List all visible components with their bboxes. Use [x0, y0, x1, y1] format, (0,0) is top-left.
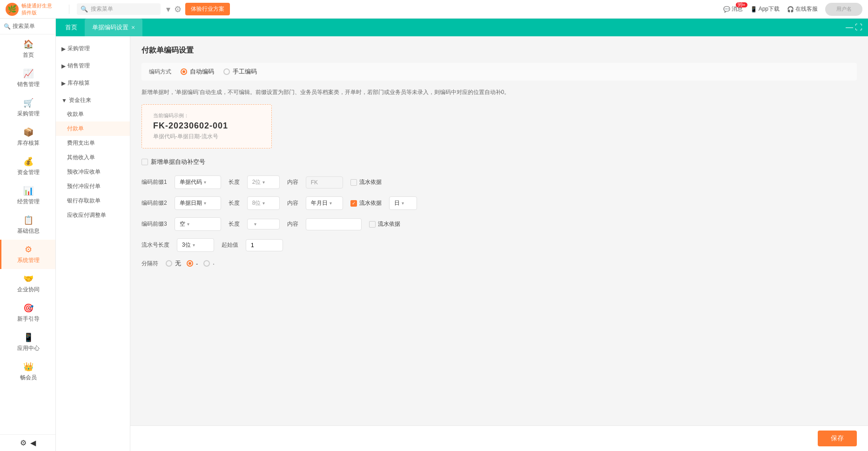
content-body: ▶ 采购管理 ▶ 销售管理 ▶ 库存核算 [56, 36, 868, 451]
app-download-button[interactable]: 📱 App下载 [750, 5, 780, 13]
main-panel: 付款单编码设置 编码方式 自动编码 手工编码 新增单据时，'单据编 [130, 36, 868, 425]
message-icon: 💬 [723, 6, 730, 13]
manual-radio-circle [223, 68, 230, 75]
sub-menu-expense[interactable]: 费用支出单 [56, 136, 130, 150]
separator-label: 分隔符 [141, 260, 158, 268]
sidebar-item-sales[interactable]: 📈 销售管理 [0, 64, 55, 93]
length2-select[interactable]: 8位 ▾ [247, 196, 280, 210]
tab-bar: 首页 单据编码设置 × — ⛶ [56, 19, 868, 36]
message-button[interactable]: 💬 消息 99+ [723, 5, 743, 13]
tab-minimize-icon[interactable]: — [846, 23, 853, 32]
sep-dot2-radio[interactable]: · [203, 260, 215, 267]
top-bar-right: 💬 消息 99+ 📱 App下载 🎧 在线客服 用户名 [723, 3, 862, 16]
save-button[interactable]: 保存 [818, 431, 857, 446]
stream2-checkbox[interactable]: ✓ 流水依据 [350, 199, 382, 207]
length1-label: 长度 [229, 178, 240, 186]
stream1-checkbox[interactable]: 流水依据 [350, 178, 382, 186]
sidebar-item-newbie[interactable]: 🎯 新手引导 [0, 298, 55, 328]
sidebar-item-system[interactable]: ⚙ 系统管理 [0, 240, 55, 269]
sub-menu-receipt[interactable]: 收款单 [56, 107, 130, 121]
chevron-down-icon[interactable]: ▾ [166, 4, 170, 14]
avatar[interactable]: 用户名 [825, 3, 862, 16]
start-value-input[interactable] [246, 239, 283, 251]
logo-icon: 🌿 [6, 3, 19, 16]
sep-dot2-circle [203, 260, 210, 267]
sub-menu-prepaid-receivable[interactable]: 预收冲应收单 [56, 165, 130, 179]
sub-menu-capital[interactable]: ▼ 资金往来 [56, 94, 130, 107]
sep-none-radio[interactable]: 无 [166, 259, 181, 268]
sub-menu-purchase[interactable]: ▶ 采购管理 [56, 42, 130, 55]
length1-select[interactable]: 2位 ▾ [247, 175, 280, 189]
auto-radio-circle [181, 68, 187, 75]
sub-menu-inventory[interactable]: ▶ 库存核算 [56, 76, 130, 90]
purchase-icon: 🛒 [23, 98, 34, 108]
finance-icon: 💰 [23, 156, 34, 167]
tab-encoding-settings[interactable]: 单据编码设置 × [85, 19, 142, 36]
code-example-sub: 单据代码-单据日期-流水号 [153, 133, 260, 141]
sub-menu-payment[interactable]: 付款单 [56, 121, 130, 136]
sidebar-item-home[interactable]: 🏠 首页 [0, 34, 55, 64]
sidebar-item-purchase[interactable]: 🛒 采购管理 [0, 93, 55, 122]
sidebar-item-operations[interactable]: 📊 经营管理 [0, 181, 55, 210]
operations-icon: 📊 [23, 186, 34, 196]
sidebar-settings-icon[interactable]: ⚙ [20, 438, 27, 447]
sidebar-search[interactable]: 🔍 搜索菜单 [0, 19, 55, 34]
sep-dot1-circle [187, 260, 193, 267]
settings-icon[interactable]: ⚙ [174, 4, 182, 14]
content3-label: 内容 [287, 220, 298, 228]
prefix2-select[interactable]: 单据日期 ▾ [175, 196, 221, 210]
main-layout: 🔍 搜索菜单 🏠 首页 📈 销售管理 🛒 采购管理 📦 库存核算 💰 资金管理 … [0, 19, 868, 451]
content-area: 首页 单据编码设置 × — ⛶ ▶ 采购管理 [56, 19, 868, 451]
content1-label: 内容 [287, 178, 298, 186]
chevron-down-icon: ▾ [193, 242, 195, 248]
serial-length-select[interactable]: 3位 ▾ [177, 238, 214, 252]
tab-home[interactable]: 首页 [58, 19, 85, 36]
length3-select[interactable]: ▾ [247, 219, 280, 229]
menu-search[interactable]: 🔍 搜索菜单 [77, 3, 161, 15]
home-icon: 🏠 [23, 39, 34, 49]
industry-solution-button[interactable]: 体验行业方案 [185, 3, 230, 15]
auto-fill-checkbox[interactable]: 新增单据自动补空号 [141, 158, 857, 166]
sub-menu-group-inventory: ▶ 库存核算 [56, 74, 130, 92]
auto-encoding-radio[interactable]: 自动编码 [181, 67, 214, 76]
stream1-checkbox-box [350, 179, 357, 186]
tab-maximize-icon[interactable]: ⛶ [855, 23, 862, 32]
online-service-button[interactable]: 🎧 在线客服 [787, 5, 818, 13]
message-badge: 99+ [736, 2, 747, 7]
auto-fill-checkbox-box [141, 159, 148, 165]
sidebar-item-apps[interactable]: 📱 应用中心 [0, 328, 55, 357]
prefix1-select[interactable]: 单据代码 ▾ [175, 175, 221, 189]
sales-icon: 📈 [23, 68, 34, 79]
sidebar-item-member[interactable]: 👑 畅会员 [0, 357, 55, 386]
stream3-checkbox[interactable]: 流水依据 [369, 220, 400, 228]
chevron-down-icon: ▾ [402, 201, 404, 206]
chevron-right-icon: ▶ [61, 80, 66, 87]
sub-menu-group-sales: ▶ 销售管理 [56, 57, 130, 74]
chevron-down-icon: ▾ [262, 180, 265, 185]
content3-input[interactable] [306, 218, 362, 230]
sub-menu-prepaid-payable[interactable]: 预付冲应付单 [56, 179, 130, 194]
sub-menu-sales[interactable]: ▶ 销售管理 [56, 59, 130, 73]
content2-select[interactable]: 年月日 ▾ [306, 196, 343, 210]
sidebar-item-finance[interactable]: 💰 资金管理 [0, 152, 55, 181]
code-example: 当前编码示例： FK-20230602-001 单据代码-单据日期-流水号 [141, 104, 272, 148]
sidebar-collapse-icon[interactable]: ◀ [30, 438, 36, 447]
form-row-serial: 流水号长度 3位 ▾ 起始值 [141, 238, 857, 252]
sidebar-item-base[interactable]: 📋 基础信息 [0, 210, 55, 240]
code-example-prefix-label: 当前编码示例： [153, 112, 260, 119]
logo: 🌿 畅捷通好生意 插件版 [6, 2, 61, 16]
sub-menu-other-income[interactable]: 其他收入单 [56, 150, 130, 165]
service-icon: 🎧 [787, 6, 794, 13]
sidebar-item-inventory[interactable]: 📦 库存核算 [0, 122, 55, 152]
prefix3-select[interactable]: 空 ▾ [175, 217, 221, 231]
manual-encoding-radio[interactable]: 手工编码 [223, 67, 257, 76]
sep-dot1-radio[interactable]: - [187, 260, 198, 267]
chevron-down-icon: ▼ [61, 97, 67, 104]
sub-menu-bank[interactable]: 银行存取款单 [56, 194, 130, 208]
sub-menu-ar-ap-adjust[interactable]: 应收应付调整单 [56, 208, 130, 222]
chevron-right-icon: ▶ [61, 63, 66, 69]
content1-input [306, 176, 343, 188]
tab-close-icon[interactable]: × [131, 24, 135, 31]
stream2-period-select[interactable]: 日 ▾ [389, 196, 417, 210]
sidebar-item-enterprise[interactable]: 🤝 企业协同 [0, 269, 55, 298]
